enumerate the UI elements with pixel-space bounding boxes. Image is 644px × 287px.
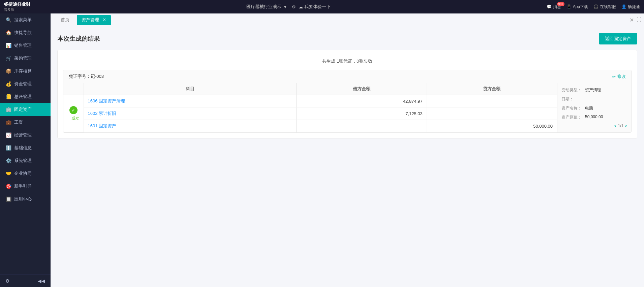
sidebar-item-fixed-assets[interactable]: 🏢 固定资产	[0, 103, 51, 116]
voucher-header: 凭证字号：记-003 ✏ 修改	[63, 70, 631, 83]
change-type-row: 变动类型： 资产清理	[561, 87, 627, 93]
inventory-icon: 📦	[5, 68, 11, 74]
try-button[interactable]: ☁ 我要体验一下	[299, 4, 331, 10]
panel-controls: ✕ ⛶	[627, 14, 644, 26]
edit-voucher-button[interactable]: ✏ 修改	[612, 73, 626, 79]
content-area: 首页 资产管理 ✕ 本次生成的结果 返回固定资产 共生成 1张凭证，0张失败	[51, 13, 644, 287]
user-menu[interactable]: 👤 畅捷通	[621, 4, 640, 10]
logo-section: 畅捷通好业财 普及版	[4, 1, 30, 12]
finance-icon: 💰	[5, 81, 11, 87]
pagination-text: 1/1	[618, 124, 623, 128]
settings-icon[interactable]: ⚙	[292, 4, 296, 9]
app-download-label: App下载	[573, 4, 588, 10]
system-icon: ⚙️	[5, 158, 11, 164]
purchase-icon: 🛒	[5, 55, 11, 61]
sidebar-label-ledger: 总账管理	[14, 94, 32, 100]
tab-home[interactable]: 首页	[56, 15, 74, 25]
settings-bottom-icon[interactable]: ⚙	[5, 278, 10, 284]
voucher-body: 科目 借方金额 贷方金额 ✓ 成功	[63, 83, 631, 132]
sidebar-item-enterprise[interactable]: 🤝 企业协同	[0, 167, 51, 180]
result-card: 共生成 1张凭证，0张失败 凭证字号：记-003 ✏ 修改	[57, 50, 637, 138]
original-value-label: 资产原值：	[561, 115, 585, 120]
operations-icon: 📈	[5, 132, 11, 138]
sidebar-item-system[interactable]: ⚙️ 系统管理	[0, 154, 51, 167]
row-2-credit	[427, 107, 557, 120]
original-value-value: 50,000.00	[585, 115, 603, 119]
change-type-value: 资产清理	[585, 87, 601, 93]
sidebar-label-purchase: 采购管理	[14, 55, 32, 61]
app-center-icon: 🔲	[5, 196, 11, 202]
col-status-header	[63, 83, 84, 95]
sidebar-label-quicknav: 快捷导航	[14, 30, 32, 36]
edit-label: 修改	[617, 73, 626, 79]
row-1-credit	[427, 95, 557, 107]
message-icon: 💬	[547, 4, 552, 9]
sidebar-item-search[interactable]: 🔍 搜索菜单	[0, 13, 51, 26]
sidebar-item-finance[interactable]: 💰 资金管理	[0, 77, 51, 90]
row-1-subject: 1606 固定资产清理	[84, 95, 297, 107]
username: 畅捷通	[628, 4, 640, 10]
building-icon: 🏢	[5, 106, 11, 113]
sidebar-item-basic-info[interactable]: ℹ️ 基础信息	[0, 141, 51, 154]
pagination-prev[interactable]: <	[614, 124, 616, 128]
table-row: 1602 累计折旧 7,125.03	[63, 107, 557, 120]
sidebar-item-guide[interactable]: 🎯 新手引导	[0, 180, 51, 193]
row-2-debit: 7,125.03	[297, 107, 427, 120]
row-1-debit: 42,874.97	[297, 95, 427, 107]
app-download-button[interactable]: 📱 App下载	[566, 4, 588, 10]
sidebar-item-app-center[interactable]: 🔲 应用中心	[0, 193, 51, 205]
chevron-down-icon: ▾	[284, 4, 286, 9]
sidebar-label-sales: 销售管理	[14, 42, 32, 49]
pagination: < 1/1 >	[561, 124, 627, 128]
info-icon: ℹ️	[5, 145, 11, 151]
headset-icon: 🎧	[593, 4, 599, 9]
app-version: 普及版	[4, 7, 30, 12]
status-cell: ✓ 成功	[63, 95, 84, 132]
sidebar-item-payroll[interactable]: 💼 工资	[0, 116, 51, 129]
table-row: 1601 固定资产 50,000.00	[63, 120, 557, 132]
back-to-fixed-assets-button[interactable]: 返回固定资产	[599, 33, 637, 44]
change-type-label: 变动类型：	[561, 87, 585, 93]
voucher-table: 科目 借方金额 贷方金额 ✓ 成功	[63, 83, 557, 132]
sidebar-item-quicknav[interactable]: 🏠 快捷导航	[0, 26, 51, 39]
page-content: 本次生成的结果 返回固定资产 共生成 1张凭证，0张失败 凭证字号：记-003 …	[51, 26, 644, 287]
voucher-section: 凭证字号：记-003 ✏ 修改	[63, 70, 632, 133]
messages-badge: 99+	[557, 2, 564, 6]
edit-icon: ✏	[612, 74, 616, 79]
asset-name-value: 电脑	[585, 105, 593, 111]
tab-close-icon[interactable]: ✕	[102, 17, 106, 22]
user-icon: 👤	[621, 4, 626, 9]
col-debit-header: 借方金额	[297, 83, 427, 95]
close-panel-button[interactable]: ✕	[630, 17, 634, 23]
sidebar-item-ledger[interactable]: 📒 总账管理	[0, 90, 51, 103]
main-layout: 🔍 搜索菜单 🏠 快捷导航 📊 销售管理 🛒 采购管理 📦 库存核算 💰	[0, 13, 644, 287]
page-header: 本次生成的结果 返回固定资产	[57, 33, 637, 44]
expand-panel-button[interactable]: ⛶	[637, 17, 641, 23]
sidebar-label-system: 系统管理	[14, 158, 32, 164]
sidebar-item-purchase[interactable]: 🛒 采购管理	[0, 52, 51, 65]
tab-asset-management[interactable]: 资产管理 ✕	[77, 15, 111, 25]
sidebar-item-inventory[interactable]: 📦 库存核算	[0, 65, 51, 77]
collapse-icon[interactable]: ◀◀	[38, 278, 45, 284]
logo-area: 畅捷通好业财 普及版	[4, 1, 30, 12]
sidebar-item-operations[interactable]: 📈 经营管理	[0, 129, 51, 141]
sidebar-item-sales[interactable]: 📊 销售管理	[0, 39, 51, 52]
sidebar-label-app-center: 应用中心	[14, 196, 32, 202]
date-label: 日期：	[561, 96, 585, 102]
original-value-row: 资产原值： 50,000.00	[561, 115, 627, 120]
cloud-icon: ☁	[299, 4, 303, 9]
sidebar-label-search: 搜索菜单	[14, 17, 32, 23]
page-title: 本次生成的结果	[57, 35, 100, 43]
pagination-next[interactable]: >	[625, 124, 627, 128]
side-info-panel: 变动类型： 资产清理 日期： 资产名称： 电脑	[557, 83, 631, 132]
sidebar-bottom: ⚙ ◀◀	[0, 275, 51, 287]
header-actions: 💬 消息 99+ 📱 App下载 🎧 在线客服 👤 畅捷通	[547, 4, 640, 10]
company-name: 医疗器械行业演示	[246, 4, 281, 10]
messages-button[interactable]: 💬 消息 99+	[547, 4, 561, 10]
home-icon: 🏠	[5, 30, 11, 36]
sidebar-label-payroll: 工资	[14, 119, 23, 125]
online-service-button[interactable]: 🎧 在线客服	[593, 4, 616, 10]
company-selector[interactable]: 医疗器械行业演示 ▾ ⚙ ☁ 我要体验一下	[246, 4, 331, 10]
sidebar: 🔍 搜索菜单 🏠 快捷导航 📊 销售管理 🛒 采购管理 📦 库存核算 💰	[0, 13, 51, 287]
sidebar-label-basic-info: 基础信息	[14, 145, 32, 151]
